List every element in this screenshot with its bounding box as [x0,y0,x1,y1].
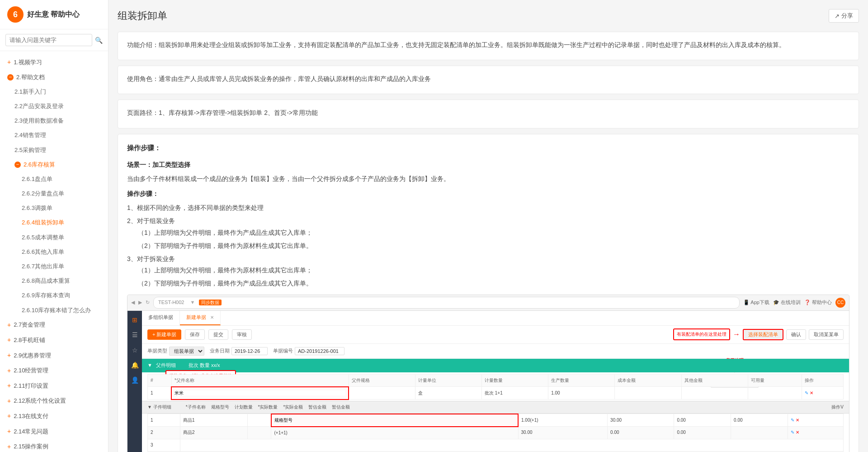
sidebar-item-cost-adjust[interactable]: 2.6.5成本调整单 [0,230,108,245]
row-del-1[interactable]: ✕ [796,418,799,423]
sidebar-item-adjust[interactable]: 2.6.3调拨单 [0,201,108,215]
role-text: 使用角色：通常由生产人员或库管人员完成拆装业务的操作，库管人员确认原材料的出库和… [127,73,849,85]
app-download-icon: 📱 App下载 [743,298,769,307]
sidebar-item-fund[interactable]: + 2.7资金管理 [0,318,108,333]
row-action-2[interactable]: ✎ [791,430,794,435]
scenario1-block: 场景一：加工类型选择 当由多个子件材料组装成一个成品的业务为【组装】业务，当由一… [127,159,849,290]
sidebar-item-coupon[interactable]: + 2.9优惠券管理 [0,348,108,363]
parent-name-input[interactable] [175,390,345,395]
url-bar: TEST-H002 ▼ 同步数据 [153,297,740,309]
annotation-1: 有装配清单的在这里处理 [673,328,730,340]
screenshot-content: ⊞ ☰ ☆ 🔔 👤 多组织单据 新建单据 [127,311,849,452]
new-btn[interactable]: + 新建单据 [147,329,181,340]
plus-icon-custom: + [7,397,11,406]
sidebar-item-ops[interactable]: + 2.10经营管理 [0,363,108,379]
assemble-sub-2: （2）下部明细为子件明细，最终作为原材料生成其它出库单。 [138,240,849,252]
sidebar-item-new-user-label: 2.1新手入门 [14,88,46,96]
nav-menu-icon: ☰ [132,329,138,341]
type-select[interactable]: 组装单据 拆卸单据 [169,347,204,356]
sidebar-item-stock-query[interactable]: 2.6.9库存账本查询 [0,288,108,303]
sidebar-item-purchase-label: 2.5采购管理 [14,146,46,154]
sidebar-item-adjust-label: 2.6.3调拨单 [22,204,52,212]
share-button[interactable]: ↗ 分享 [829,9,859,23]
main-content: 组装拆卸单 ↗ 分享 功能介绍：组装拆卸单用来处理企业组装或拆卸等加工业务，支持… [108,0,868,452]
save-btn[interactable]: 保存 [185,329,205,340]
upper-table-area: # *父件名称 父件规格 计量单位 计量数量 生产数量 成本金额 其他金额 可用 [142,372,849,401]
sidebar-item-online-pay[interactable]: + 2.13在线支付 [0,409,108,424]
sidebar-item-assemble[interactable]: 2.6.4组装拆卸单 [0,215,108,230]
search-button[interactable]: 🔍 [95,37,103,44]
row-action-1[interactable]: ✎ [791,418,794,423]
screenshot-tab-multi[interactable]: 多组织单据 [142,311,180,325]
assemble-sub-1: （1）上部明细为父件明细，最终作为产成品生成其它入库单； [138,227,849,238]
plus-icon-coupon: + [7,351,11,360]
sidebar-item-split-inventory-label: 2.6.2分量盘点单 [22,190,64,198]
minus-sub-icon: − [14,162,21,168]
disassemble-sub-steps: （1）上部明细为父件明细，最终作为原材料生成其它出库单； （2）下部明细为子件明… [127,265,849,289]
step2: 2、对于组装业务 （1）上部明细为父件明细，最终作为产成品生成其它入库单； （2… [127,215,849,252]
sidebar-item-install[interactable]: 2.2产品安装及登录 [0,99,108,114]
edit-row-icon[interactable]: ✎ [805,390,808,395]
confirm-btn[interactable]: 确认 [786,329,806,340]
browser-forward-icon: ▶ [138,298,142,307]
plus-icon: + [7,58,11,67]
cancel-btn[interactable]: 取消某某单 [809,329,844,340]
sidebar-item-inventory[interactable]: 2.6.1盘点单 [0,172,108,186]
screenshot-tabs: 多组织单据 新建单据 ✕ [142,311,849,326]
intro-card: 功能介绍：组装拆卸单用来处理企业组装或拆卸等加工业务，支持有固定装配清单的产品加… [118,32,859,60]
assemble-list-btn[interactable]: 选择装配清单 [743,329,783,340]
sidebar-item-cost-recalc[interactable]: 2.6.8商品成本重算 [0,274,108,288]
section-header-label: 父件明细 [156,361,176,370]
sidebar-item-video[interactable]: + 1.视频学习 [0,55,108,70]
sidebar-item-other-in[interactable]: 2.6.6其他入库单 [0,245,108,259]
approve-btn[interactable]: 审核 [232,329,252,340]
role-card: 使用角色：通常由生产人员或库管人员完成拆装业务的操作，库管人员确认原材料的出库和… [118,66,859,94]
sidebar-item-video-label: 1.视频学习 [14,58,42,67]
type-field: 单据类型 组装单据 拆卸单据 [147,347,204,356]
del-row-icon[interactable]: ✕ [810,390,813,395]
share-label: 分享 [841,12,853,20]
sidebar-item-faq[interactable]: + 2.14常见问题 [0,424,108,439]
minus-icon: − [7,74,14,81]
type-label: 单据类型 [147,347,167,356]
nav-home-icon: ⊞ [132,314,137,326]
browser-refresh-icon: ↻ [146,298,150,307]
sidebar-item-coupon-label: 2.9优惠券管理 [14,352,51,360]
search-input[interactable] [5,34,92,46]
sidebar-item-docs[interactable]: − 2.帮助文档 [0,70,108,85]
intro-text: 功能介绍：组装拆卸单用来处理企业组装或拆卸等加工业务，支持有固定装配清单的产品加… [127,39,849,51]
th-qty: 计量数量 [481,374,548,387]
training-icon: 🎓 在线培训 [773,298,801,307]
sidebar-item-sales-label: 2.4销售管理 [14,131,46,139]
plus-icon-mobile: + [7,336,11,345]
sidebar-item-other-out[interactable]: 2.6.7其他出库单 [0,259,108,274]
date-input[interactable] [231,347,268,355]
sidebar-item-faq-label: 2.14常见问题 [14,428,48,436]
sidebar-item-stock-query-label: 2.6.9库存账本查询 [22,291,70,300]
sub-header: ▼ 子件明细 *子件名称 规格型号 计划数量 *实际数量 *实际金额 暂估金额 … [142,401,849,414]
order-input[interactable] [295,347,344,355]
screenshot-tab-new[interactable]: 新建单据 ✕ [180,311,221,325]
sidebar-item-new-user[interactable]: 2.1新手入门 [0,85,108,99]
nav-bell-icon: 🔔 [131,360,139,371]
screenshot-toolbar: + 新建单据 保存 提交 审核 有装配清单的在这里处理 → 选择装配清单 确认 [142,326,849,344]
assemble-sub-steps: （1）上部明细为父件明细，最终作为产成品生成其它入库单； （2）下部明细为子件明… [127,227,849,252]
sidebar-item-cases[interactable]: + 2.15操作案例 [0,439,108,452]
sidebar-item-stock-error[interactable]: 2.6.10库存账本错了怎么办 [0,303,108,318]
th-unit: 计量单位 [415,374,481,387]
sidebar-item-sales[interactable]: 2.4销售管理 [0,128,108,143]
screenshot-form: 单据类型 组装单据 拆卸单据 业务日期 单 [142,344,849,359]
child-spec-1[interactable] [274,418,515,423]
submit-btn[interactable]: 提交 [208,329,228,340]
sidebar-item-mobile[interactable]: + 2.8手机旺铺 [0,333,108,348]
sidebar-item-custom[interactable]: + 2.12系统个性化设置 [0,394,108,409]
row-del-2[interactable]: ✕ [796,430,799,435]
sidebar-item-purchase[interactable]: 2.5采购管理 [0,143,108,157]
sidebar-item-data-prep[interactable]: 2.3使用前数据准备 [0,114,108,128]
logo-text: 好生意 帮助中心 [27,10,80,19]
lower-row-3: 3 [148,439,844,451]
sidebar-item-split-inventory[interactable]: 2.6.2分量盘点单 [0,186,108,201]
sidebar-item-print[interactable]: + 2.11打印设置 [0,378,108,394]
sidebar-item-stock[interactable]: − 2.6库存核算 [0,157,108,172]
app-layout: ⊞ ☰ ☆ 🔔 👤 多组织单据 新建单据 [127,311,849,452]
